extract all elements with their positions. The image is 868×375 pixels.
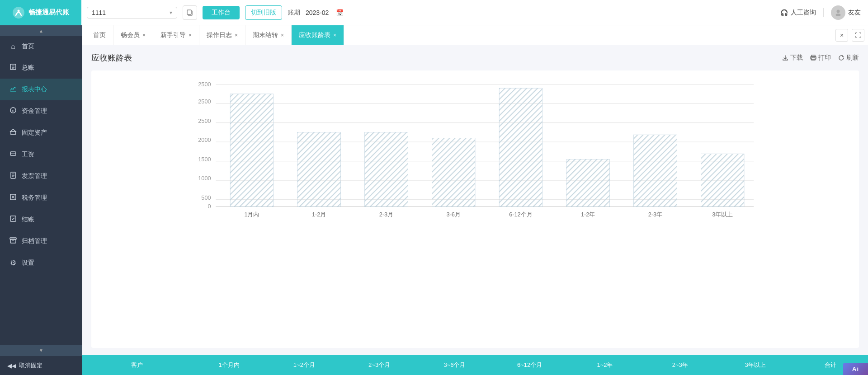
sidebar-label-funds: 资金管理 (22, 107, 47, 115)
sidebar-item-invoice[interactable]: 发票管理 (0, 165, 82, 187)
scroll-down-arrow[interactable]: ▼ (0, 345, 82, 356)
sidebar-item-home[interactable]: ⌂ 首页 (0, 36, 82, 57)
funds-icon: ¥ (9, 107, 17, 116)
th-1-2m: 1~2个月 (267, 361, 342, 369)
tab-ar-aging-label: 应收账龄表 (299, 31, 330, 39)
pin-label: 取消固定 (19, 361, 42, 370)
svg-text:3-6月: 3-6月 (446, 211, 460, 218)
invoice-icon (9, 172, 17, 181)
tab-period-end-close[interactable]: × (281, 32, 284, 38)
svg-text:1000: 1000 (198, 175, 211, 182)
scroll-up-arrow[interactable]: ▲ (0, 25, 82, 36)
sidebar-label-payroll: 工资 (22, 150, 34, 159)
sidebar: ▲ ⌂ 首页 总账 (0, 25, 82, 375)
svg-rect-60 (701, 154, 744, 207)
th-1m: 1个月内 (191, 361, 266, 369)
consult-label: 人工咨询 (791, 9, 816, 17)
th-2-3m: 2~3个月 (342, 361, 417, 369)
tab-oplog[interactable]: 操作日志 × (199, 25, 245, 45)
ledger-icon (9, 63, 17, 72)
sidebar-scroll: ⌂ 首页 总账 (0, 36, 82, 345)
tab-oplog-close[interactable]: × (235, 32, 238, 38)
sidebar-item-reports[interactable]: 报表中心 (0, 79, 82, 100)
download-button[interactable]: 下载 (782, 54, 803, 62)
svg-text:2500: 2500 (198, 98, 211, 105)
sidebar-item-checkout[interactable]: 结账 (0, 209, 82, 230)
company-selector[interactable]: 1111 ▾ (87, 7, 177, 19)
chart-wrapper: 0 500 1000 1500 2000 2500 2500 2500 (91, 70, 859, 348)
svg-rect-50 (365, 132, 408, 207)
copy-button[interactable] (183, 5, 197, 20)
divider (823, 8, 824, 17)
sidebar-label-home: 首页 (22, 42, 34, 51)
headset-icon: 🎧 (780, 9, 788, 16)
logo-icon (12, 6, 25, 19)
user-area[interactable]: 友友 (831, 5, 861, 20)
sidebar-label-ledger: 总账 (22, 64, 34, 72)
svg-rect-13 (10, 152, 16, 155)
refresh-icon (838, 55, 844, 61)
svg-rect-12 (11, 131, 15, 135)
refresh-button[interactable]: 刷新 (838, 54, 859, 62)
pin-toggle[interactable]: ◀◀ 取消固定 (0, 356, 82, 375)
close-all-tabs-button[interactable]: × (835, 29, 848, 42)
sidebar-item-tax[interactable]: 税务管理 (0, 187, 82, 209)
sidebar-label-assets: 固定资产 (22, 129, 47, 137)
svg-text:6-12个月: 6-12个月 (509, 211, 533, 218)
svg-rect-3 (187, 10, 191, 14)
tab-ar-aging[interactable]: 应收账龄表 × (292, 25, 344, 45)
sidebar-label-invoice: 发票管理 (22, 172, 47, 180)
tabs-actions: × ⛶ (835, 29, 864, 42)
print-button[interactable]: 打印 (810, 54, 831, 62)
print-icon (810, 55, 816, 61)
tab-guide[interactable]: 新手引导 × (153, 25, 199, 45)
svg-text:3年以上: 3年以上 (712, 211, 733, 218)
sidebar-label-archive: 归档管理 (22, 237, 47, 245)
maximize-tabs-button[interactable]: ⛶ (852, 29, 864, 42)
workbench-button[interactable]: 工作台 (203, 6, 240, 19)
calendar-icon[interactable]: 📅 (336, 9, 344, 16)
tab-ar-aging-close[interactable]: × (333, 32, 336, 38)
sidebar-item-assets[interactable]: 固定资产 (0, 122, 82, 144)
tax-icon (9, 193, 17, 202)
tab-guide-label: 新手引导 (160, 31, 186, 39)
svg-rect-46 (230, 94, 274, 207)
consult-button[interactable]: 🎧 人工咨询 (780, 9, 816, 17)
print-label: 打印 (818, 54, 831, 62)
tab-guide-close[interactable]: × (189, 32, 192, 38)
tab-member-label: 畅会员 (121, 31, 140, 39)
sidebar-label-checkout: 结账 (22, 216, 34, 224)
tab-member[interactable]: 畅会员 × (113, 25, 153, 45)
sidebar-item-ledger[interactable]: 总账 (0, 57, 82, 79)
th-3-6m: 3~6个月 (417, 361, 492, 369)
svg-rect-24 (10, 238, 16, 239)
svg-point-4 (837, 9, 840, 13)
company-name: 1111 (92, 9, 166, 16)
svg-rect-48 (297, 132, 341, 207)
sidebar-item-funds[interactable]: ¥ 资金管理 (0, 100, 82, 122)
page-content: 应收账龄表 下载 (82, 45, 868, 355)
svg-text:1500: 1500 (198, 156, 211, 163)
switch-version-button[interactable]: 切到旧版 (245, 5, 282, 20)
tab-member-close[interactable]: × (142, 32, 146, 38)
tab-period-end-label: 期末结转 (253, 31, 278, 39)
svg-text:2000: 2000 (198, 136, 211, 143)
home-icon: ⌂ (9, 42, 17, 51)
svg-rect-58 (634, 135, 677, 206)
tab-home[interactable]: 首页 (86, 25, 113, 45)
main-layout: ▲ ⌂ 首页 总账 (0, 25, 868, 375)
page-header: 应收账龄表 下载 (91, 52, 859, 63)
th-6-12m: 6~12个月 (492, 361, 567, 369)
sidebar-item-payroll[interactable]: 工资 (0, 144, 82, 165)
sidebar-item-archive[interactable]: 归档管理 (0, 230, 82, 252)
assets-icon (9, 128, 17, 137)
sidebar-label-reports: 报表中心 (22, 85, 47, 94)
svg-text:500: 500 (201, 194, 211, 201)
sidebar-item-settings[interactable]: ⚙ 设置 (0, 252, 82, 273)
sidebar-label-settings: 设置 (22, 259, 34, 267)
tab-period-end[interactable]: 期末结转 × (245, 25, 292, 45)
svg-text:2500: 2500 (198, 117, 211, 124)
th-1-2y: 1~2年 (567, 361, 642, 369)
ai-badge[interactable]: Ai (843, 363, 868, 375)
download-label: 下载 (790, 54, 803, 62)
